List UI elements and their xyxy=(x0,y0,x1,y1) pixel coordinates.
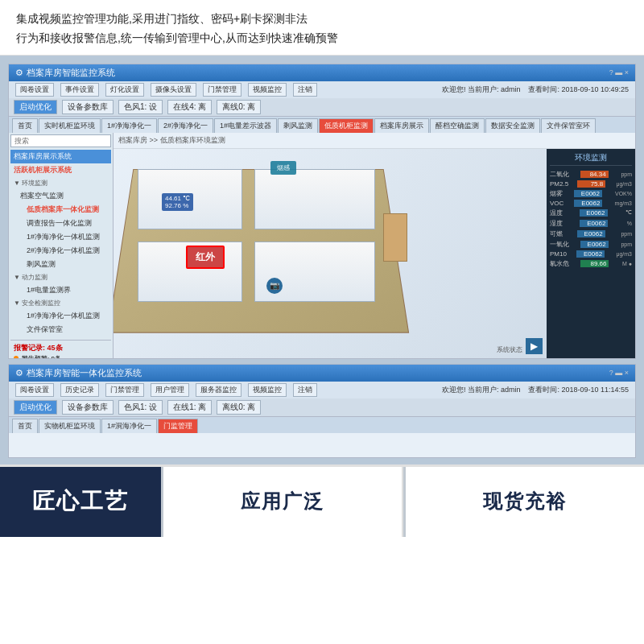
header-btn-camera[interactable]: 摄像头设置 xyxy=(151,83,196,97)
env-unit-temp: ℃ xyxy=(625,209,632,216)
env-unit-radon: M ● xyxy=(622,261,632,266)
env-unit-co: ppm xyxy=(621,242,632,247)
env-label-temp: 温度 xyxy=(550,208,563,217)
toolbar2-btn-startup[interactable]: 启动优化 xyxy=(14,400,57,415)
nav-tab-aldehyde[interactable]: 醛档空确监测 xyxy=(430,118,485,133)
header-btn-light[interactable]: 灯化设置 xyxy=(105,83,144,97)
toolbar-btn-params[interactable]: 设备参数库 xyxy=(62,100,114,114)
window-help: ? ▬ × xyxy=(609,68,629,76)
sensor-smoke[interactable]: 烟感 xyxy=(270,161,296,175)
nav-tab-purify2[interactable]: 2#净海净化一 xyxy=(158,118,213,133)
env-value-pm25: 75.8 xyxy=(577,180,605,188)
sidebar-item-air[interactable]: 档案空气监测 xyxy=(10,189,111,203)
toolbar-btn-offline[interactable]: 离线0: 离 xyxy=(217,100,261,114)
sidebar-search[interactable] xyxy=(10,134,111,147)
camera-icon: 📷 xyxy=(266,278,283,294)
humidity-value: 92.76 % xyxy=(165,202,190,209)
env-row-combustible: 可燃 E0062 ppm xyxy=(550,229,632,239)
toolbar2-btn-color[interactable]: 色风1: 设 xyxy=(118,400,163,415)
sidebar-item-wind[interactable]: 剩风监测 xyxy=(10,258,111,271)
nav-tab-datasec[interactable]: 数据安全监测 xyxy=(485,118,540,133)
sensor-temp-humidity[interactable]: 44.61 ℃ 92.76 % xyxy=(162,193,193,211)
sidebar-item-purify1[interactable]: 1#净海净化一体机监测 xyxy=(10,230,111,244)
sidebar-item-active-cabinet[interactable]: 活跃机柜展示系统 xyxy=(10,163,111,177)
titlebar-1: ⚙ 档案库房智能监控系统 ? ▬ × xyxy=(9,64,635,81)
env-label-co2: 二氧化 xyxy=(550,170,569,179)
sidebar-item-sec-purify[interactable]: 1#净海净化一体机监测 xyxy=(10,309,111,323)
sidebar-item-electric[interactable]: 1#电量监测界 xyxy=(10,283,111,297)
env-value-temp: E0062 xyxy=(580,209,608,217)
floorplan-label: 系统状态 xyxy=(497,345,522,354)
env-label-humidity: 湿度 xyxy=(550,219,563,228)
env-label-co: 一氧化 xyxy=(550,240,569,249)
top-text-line1: 集成视频监控管理功能,采用进门指纹、密码+刷卡探测非法 xyxy=(16,10,628,29)
header2-btn-logout[interactable]: 注销 xyxy=(293,383,317,397)
header-icons-2[interactable]: 阅卷设置 历史记录 门禁管理 用户管理 服务器监控 视频监控 注销 xyxy=(15,383,317,397)
sidebar-item-survey[interactable]: 调查报告一体化监测 xyxy=(10,217,111,230)
nav2-tab-door[interactable]: 门监管理 xyxy=(158,419,198,433)
header2-btn-user[interactable]: 用户管理 xyxy=(151,383,189,397)
nav2-tab-realtime[interactable]: 实物机柜监环境 xyxy=(39,419,101,433)
toolbar-btn-color[interactable]: 色风1: 设 xyxy=(118,100,163,114)
nav2-tab-purify[interactable]: 1#洞海净化一 xyxy=(101,419,157,433)
env-label-pm10: PM10 xyxy=(550,250,567,258)
env-label-voc: VOC xyxy=(550,200,564,207)
sidebar-group-env: ▼ 环境监测 xyxy=(10,177,111,189)
toolbar2-btn-online[interactable]: 在线1: 离 xyxy=(167,400,212,415)
sidebar-item-low-archive[interactable]: 低质档案库一体化监测 xyxy=(10,203,111,217)
sidebar-item-fileroom[interactable]: 文件保管室 xyxy=(10,323,111,336)
toolbar2-btn-offline[interactable]: 离线0: 离 xyxy=(217,400,261,415)
alarm-dot-warning xyxy=(14,356,19,358)
window-title-1: 档案库房智能监控系统 xyxy=(27,67,115,79)
sidebar-group-security: ▼ 安全检测监控 xyxy=(10,297,111,309)
nav-tab-lowquality[interactable]: 低质机柜监测 xyxy=(319,118,374,133)
nav-arrow[interactable]: ▶ xyxy=(526,338,543,354)
header2-btn-door[interactable]: 门禁管理 xyxy=(105,383,144,397)
header-btn-video[interactable]: 视频监控 xyxy=(248,83,287,97)
titlebar-left-2: ⚙ 档案库房智能一体化监控系统 xyxy=(15,367,142,379)
header2-btn-server[interactable]: 服务器监控 xyxy=(196,383,242,397)
nav-tab-purify1[interactable]: 1#净海净化一 xyxy=(101,118,157,133)
nav-tab-realtime[interactable]: 实时机柜监环境 xyxy=(39,118,101,133)
main-inner-1: 44.61 ℃ 92.76 % 烟感 红外 📷 xyxy=(114,149,635,358)
sidebar-item-archive-display[interactable]: 档案库房展示系统 xyxy=(10,150,111,163)
sensor-infrared[interactable]: 红外 xyxy=(186,246,225,269)
header2-btn-history[interactable]: 历史记录 xyxy=(60,383,99,397)
nav-tab-wind[interactable]: 剩风监测 xyxy=(278,118,318,133)
header-btn-door[interactable]: 门禁管理 xyxy=(203,83,242,97)
header-icons-1[interactable]: 阅卷设置 事件设置 灯化设置 摄像头设置 门禁管理 视频监控 注销 xyxy=(15,83,317,97)
toolbar-btn-startup[interactable]: 启动优化 xyxy=(14,100,57,114)
env-row-smoke: 烟雾 E0062 VOK% xyxy=(550,188,632,199)
env-unit-humidity: % xyxy=(627,221,632,226)
header-btn-config[interactable]: 阅卷设置 xyxy=(15,83,54,97)
nav-tab-home[interactable]: 首页 xyxy=(12,118,38,133)
nav-tab-archive[interactable]: 档案库房展示 xyxy=(374,118,429,133)
env-row-radon: 氡水危 89.66 M ● xyxy=(550,258,632,269)
env-row-temp: 温度 E0062 ℃ xyxy=(550,208,632,218)
titlebar-2: ⚙ 档案库房智能一体化监控系统 ? ▬ × xyxy=(9,365,635,382)
header-btn-logout[interactable]: 注销 xyxy=(293,83,317,97)
toolbar2-btn-params[interactable]: 设备参数库 xyxy=(62,400,114,415)
gear-icon-2: ⚙ xyxy=(15,368,23,378)
nav2-tab-home[interactable]: 首页 xyxy=(12,419,38,433)
env-label-combustible: 可燃 xyxy=(550,229,563,238)
main-panel-1: 档案库房 >> 低质档案库环境监测 xyxy=(114,133,635,358)
nav-tab-electric[interactable]: 1#电量差示波器 xyxy=(214,118,277,133)
env-monitoring-panel: 环境监测 二氧化 84.34 ppm PM2.5 75.8 μg/m3 烟 xyxy=(547,149,635,358)
header2-btn-video[interactable]: 视频监控 xyxy=(248,383,287,397)
toolbar-btn-online[interactable]: 在线4: 离 xyxy=(167,100,212,114)
sidebar-item-purify2[interactable]: 2#净海净化一体机监测 xyxy=(10,244,111,258)
alarm-title: 报警记录: 45条 xyxy=(14,343,108,353)
top-text-line2: 行为和接收报警信息,统一传输到管理中心,从而达到快速准确预警 xyxy=(16,29,628,48)
env-row-co2: 二氧化 84.34 ppm xyxy=(550,169,632,180)
navtabs-2: 首页 实物机柜监环境 1#洞海净化一 门监管理 xyxy=(9,417,635,433)
env-label-smoke: 烟雾 xyxy=(550,189,563,198)
smoke-label: 烟感 xyxy=(277,164,290,171)
infrared-label: 红外 xyxy=(196,251,215,262)
env-unit-co2: ppm xyxy=(621,171,632,177)
header-btn-event[interactable]: 事件设置 xyxy=(60,83,99,97)
nav-tab-fileroom[interactable]: 文件保管室环 xyxy=(541,118,596,133)
header2-btn-config[interactable]: 阅卷设置 xyxy=(15,383,54,397)
env-unit-smoke: VOK% xyxy=(615,191,632,196)
floorplan-area: 44.61 ℃ 92.76 % 烟感 红外 📷 xyxy=(114,149,547,358)
